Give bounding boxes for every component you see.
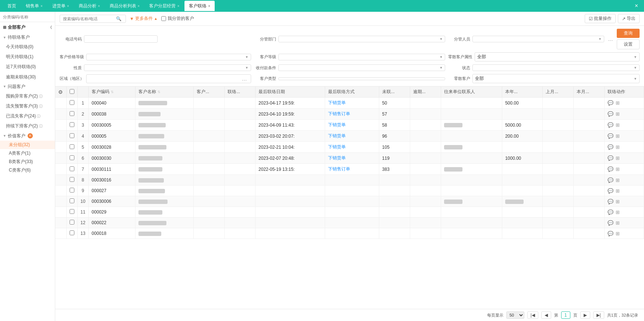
message-action-icon[interactable]: 💬 — [608, 231, 613, 236]
cell-checkbox[interactable] — [66, 196, 77, 207]
cell-checkbox[interactable] — [66, 175, 77, 186]
sidebar-item-churned[interactable]: 已流失客户(24) ⓘ — [0, 111, 55, 121]
nav-tab-sales[interactable]: 销售单 × — [21, 1, 47, 11]
last-method-link[interactable]: 下销货单 — [328, 133, 346, 138]
my-customers-input[interactable] — [161, 16, 166, 21]
sidebar-pending-group[interactable]: ▼ 待联络客户 — [0, 33, 55, 42]
region-select[interactable]: … — [86, 74, 251, 83]
grid-action-icon[interactable]: ⊞ — [616, 188, 620, 194]
sidebar-item-class-a[interactable]: A类客户(1) — [0, 149, 55, 158]
grid-action-icon[interactable]: ⊞ — [616, 122, 620, 128]
sidebar-item-class-c[interactable]: C类客户(6) — [0, 166, 55, 174]
grid-action-icon[interactable]: ⊞ — [616, 199, 620, 204]
retail-attr-select[interactable]: 全部 ▼ — [475, 52, 640, 61]
message-action-icon[interactable]: 💬 — [608, 199, 613, 204]
message-action-icon[interactable]: 💬 — [608, 133, 613, 139]
row-checkbox[interactable] — [70, 133, 74, 138]
row-checkbox[interactable] — [70, 188, 74, 193]
phone-input[interactable] — [84, 35, 158, 43]
batch-operation-button[interactable]: ☑ 批量操作 — [585, 14, 616, 23]
grid-action-icon[interactable]: ⊞ — [616, 155, 620, 161]
sidebar-problem-group[interactable]: ▼ 问题客户 — [0, 82, 55, 91]
message-action-icon[interactable]: 💬 — [608, 220, 613, 226]
export-button[interactable]: ↗ 导出 — [618, 14, 640, 23]
next-page-button[interactable]: ▶ — [580, 311, 590, 319]
price-level-select[interactable]: ▼ — [86, 54, 251, 60]
sidebar-item-ungrouped[interactable]: 未分组(32) — [0, 141, 55, 149]
cell-checkbox[interactable] — [66, 120, 77, 131]
nav-tab-analysis-list[interactable]: 商品分析列表 × — [105, 1, 144, 11]
sidebar-item-today[interactable]: 今天待联络(0) — [0, 42, 55, 52]
cell-checkbox[interactable] — [66, 228, 77, 239]
nav-tab-analysis[interactable]: 商品分析 × — [74, 1, 105, 11]
cell-checkbox[interactable] — [66, 98, 77, 109]
message-action-icon[interactable]: 💬 — [608, 166, 613, 172]
nav-tab-customer-contact[interactable]: 客户联络 × — [184, 1, 215, 11]
cell-checkbox[interactable] — [66, 186, 77, 196]
cell-checkbox[interactable] — [66, 153, 77, 164]
person-select[interactable]: ▼ — [472, 36, 604, 42]
row-checkbox[interactable] — [70, 209, 74, 214]
message-action-icon[interactable]: 💬 — [608, 100, 613, 106]
row-checkbox[interactable] — [70, 144, 74, 149]
sidebar-item-tomorrow[interactable]: 明天待联络(1) — [0, 52, 55, 62]
nav-tab-customer-contact-close[interactable]: × — [208, 4, 210, 8]
sidebar-all-customers[interactable]: ⊞ 全部客户 《 — [0, 22, 55, 33]
sidebar-item-churn-warning[interactable]: 流失预警客户(3) ⓘ — [0, 101, 55, 111]
sidebar-search-box[interactable]: 🔍 — [0, 12, 55, 22]
status-select[interactable]: ▼ — [472, 64, 640, 71]
row-checkbox[interactable] — [70, 166, 74, 171]
cell-checkbox[interactable] — [66, 207, 77, 218]
sidebar-search-input[interactable] — [3, 15, 54, 19]
nav-tab-purchase-close[interactable]: × — [67, 4, 69, 8]
sidebar-item-abnormal[interactable]: 囤购异常客户(2) ⓘ — [0, 91, 55, 101]
grid-action-icon[interactable]: ⊞ — [616, 111, 620, 117]
grid-action-icon[interactable]: ⊞ — [616, 166, 620, 172]
dept-select[interactable]: ▼ — [278, 36, 446, 42]
sidebar-collapse-icon[interactable]: 《 — [48, 25, 52, 30]
grid-action-icon[interactable]: ⊞ — [616, 220, 620, 226]
filter-search-box[interactable]: 🔍 — [60, 15, 126, 23]
message-action-icon[interactable]: 💬 — [608, 177, 613, 183]
customer-type-select[interactable] — [278, 77, 446, 80]
message-action-icon[interactable]: 💬 — [608, 144, 613, 150]
table-settings-icon[interactable]: ⚙ — [58, 89, 63, 95]
filter-search-input[interactable] — [63, 17, 115, 21]
row-checkbox[interactable] — [70, 155, 74, 160]
sidebar-item-7days[interactable]: 近7天待联络(0) — [0, 62, 55, 72]
sidebar-item-declining[interactable]: 持续下滑客户(2) ⓘ — [0, 121, 55, 131]
last-method-link[interactable]: 下销货单 — [328, 100, 346, 105]
cell-checkbox[interactable] — [66, 109, 77, 120]
query-button[interactable]: 查询 — [617, 29, 640, 38]
nav-tab-analysis-list-close[interactable]: × — [138, 4, 140, 8]
last-method-link[interactable]: 下销货单 — [328, 155, 346, 160]
cell-checkbox[interactable] — [66, 142, 77, 153]
first-page-button[interactable]: |◀ — [527, 311, 538, 319]
row-checkbox[interactable] — [70, 230, 74, 235]
region-dots-icon[interactable]: … — [240, 76, 249, 82]
last-page-button[interactable]: ▶| — [593, 311, 604, 319]
message-action-icon[interactable]: 💬 — [608, 111, 613, 117]
payment-select[interactable]: ▼ — [278, 64, 446, 71]
per-page-select[interactable]: 50 20 100 — [506, 311, 524, 319]
row-checkbox[interactable] — [70, 111, 74, 116]
nature-select[interactable]: ▼ — [84, 64, 251, 71]
row-checkbox[interactable] — [70, 177, 74, 182]
select-all-checkbox[interactable] — [70, 89, 74, 94]
sidebar-item-class-b[interactable]: B类客户(33) — [0, 158, 55, 166]
nav-tab-customer-layer[interactable]: 客户分层经营 × — [145, 1, 184, 11]
grid-action-icon[interactable]: ⊞ — [616, 177, 620, 183]
nav-home[interactable]: 首页 — [3, 3, 21, 9]
cell-checkbox[interactable] — [66, 131, 77, 142]
person-more-icon[interactable]: … — [606, 36, 615, 42]
filter-more-conditions[interactable]: ▼ 更多条件 ▲ — [130, 15, 158, 22]
nav-tab-analysis-close[interactable]: × — [98, 4, 100, 8]
nav-tab-sales-close[interactable]: × — [41, 4, 43, 8]
row-checkbox[interactable] — [70, 220, 74, 225]
grid-action-icon[interactable]: ⊞ — [616, 144, 620, 150]
sidebar-value-group[interactable]: ▼ 价值客户 R — [0, 131, 55, 141]
last-method-link[interactable]: 下销售订单 — [328, 166, 350, 172]
message-action-icon[interactable]: 💬 — [608, 155, 613, 161]
grid-action-icon[interactable]: ⊞ — [616, 231, 620, 236]
reset-button[interactable]: 设置 — [617, 39, 640, 49]
